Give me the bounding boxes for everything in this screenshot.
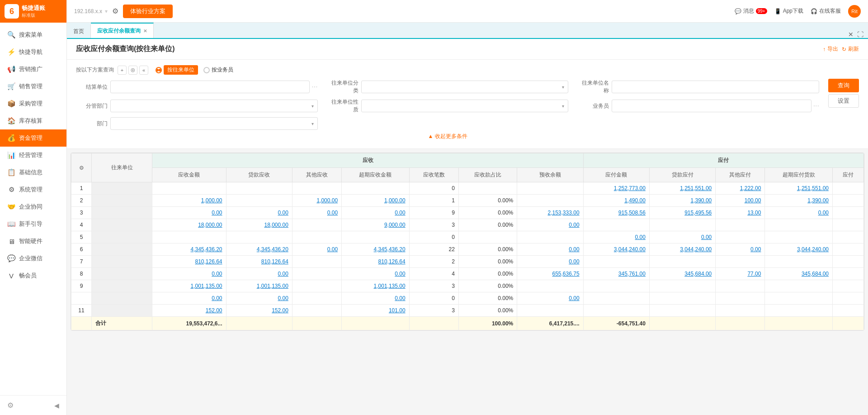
sidebar-item-搜索菜单[interactable]: 🔍 搜索菜单 bbox=[0, 26, 66, 43]
dept-select[interactable]: ▾ bbox=[110, 100, 318, 112]
online-service-action[interactable]: 🎧 在线客服 bbox=[811, 7, 841, 15]
ar_overdue-cell[interactable]: 0.00 bbox=[342, 268, 410, 280]
sidebar-item-新手引导[interactable]: 📖 新手引导 bbox=[0, 215, 66, 233]
tab-expand-icon[interactable]: ⛶ bbox=[857, 31, 863, 38]
ar_prepay-cell[interactable]: 0.00 bbox=[517, 256, 583, 268]
sidebar-item-企业微信[interactable]: 💬 企业微信 bbox=[0, 250, 66, 267]
ar_amount-cell[interactable]: 4,345,436.20 bbox=[152, 243, 226, 256]
ap_amount-cell[interactable]: 345,761.00 bbox=[583, 268, 649, 280]
tab-home[interactable]: 首页 bbox=[67, 24, 91, 38]
ap_amount-cell[interactable]: 1,252,773.00 bbox=[583, 182, 649, 195]
ar_amount-cell[interactable]: 18,000.00 bbox=[152, 219, 226, 231]
ap_loan-cell[interactable]: 1,390.00 bbox=[649, 195, 715, 207]
ar_loan-cell[interactable]: 0.00 bbox=[226, 268, 292, 280]
partner-name-input[interactable] bbox=[612, 81, 819, 93]
ar_overdue-cell[interactable]: 4,345,436.20 bbox=[342, 243, 410, 256]
ar_overdue-cell[interactable]: 810,126.64 bbox=[342, 256, 410, 268]
ar_prepay-cell[interactable]: 0.00 bbox=[517, 292, 583, 305]
sidebar-item-营销推广[interactable]: 📢 营销推广 bbox=[0, 61, 66, 78]
ar_loan-cell[interactable]: 18,000.00 bbox=[226, 219, 292, 231]
bumon-select[interactable]: ▾ bbox=[110, 117, 318, 130]
sidebar-item-库存核算[interactable]: 🏠 库存核算 bbox=[0, 112, 66, 129]
message-action[interactable]: 💬 消息 99+ bbox=[735, 7, 767, 15]
ap_other-cell[interactable]: 77.00 bbox=[716, 268, 765, 280]
ap_overdue-cell[interactable]: 345,684.00 bbox=[765, 268, 833, 280]
ar_other-cell[interactable]: 0.00 bbox=[292, 207, 341, 219]
ar_loan-cell[interactable]: 0.00 bbox=[226, 207, 292, 219]
ap_loan-cell[interactable]: 915,495.56 bbox=[649, 207, 715, 219]
ar_loan-cell[interactable]: 810,126.64 bbox=[226, 256, 292, 268]
sidebar-item-销售管理[interactable]: 🛒 销售管理 bbox=[0, 78, 66, 95]
ap_overdue-cell[interactable]: 0.00 bbox=[765, 207, 833, 219]
ap_amount-cell[interactable]: 3,044,240.00 bbox=[583, 243, 649, 256]
ap_other-cell[interactable]: 13.00 bbox=[716, 207, 765, 219]
table-settings-icon[interactable]: ⚙ bbox=[75, 162, 88, 174]
gear-icon[interactable]: ⚙ bbox=[112, 7, 118, 15]
ar_amount-cell[interactable]: 1,000.00 bbox=[152, 195, 226, 207]
ap_amount-cell[interactable]: 0.00 bbox=[583, 231, 649, 243]
tab-ar-query[interactable]: 应收应付余额查询 ✕ bbox=[91, 23, 154, 38]
ar_overdue-cell[interactable]: 1,001,135.00 bbox=[342, 280, 410, 292]
sidebar-item-智能硬件[interactable]: 🖥 智能硬件 bbox=[0, 233, 66, 250]
user-avatar[interactable]: Rit bbox=[848, 5, 861, 18]
sidebar-item-经营管理[interactable]: 📊 经营管理 bbox=[0, 147, 66, 164]
ar_amount-cell[interactable]: 152.00 bbox=[152, 305, 226, 317]
ap_loan-cell[interactable]: 1,251,551.00 bbox=[649, 182, 715, 195]
salesman-dots[interactable]: ··· bbox=[813, 102, 819, 110]
ap_overdue-cell[interactable]: 3,044,240.00 bbox=[765, 243, 833, 256]
ar_prepay-cell[interactable]: 0.00 bbox=[517, 219, 583, 231]
ar_overdue-cell[interactable]: 9,000.00 bbox=[342, 219, 410, 231]
sidebar-item-基础信息[interactable]: 📋 基础信息 bbox=[0, 164, 66, 181]
refresh-button[interactable]: ↻ 刷新 bbox=[842, 45, 859, 53]
ap_amount-cell[interactable]: 1,490.00 bbox=[583, 195, 649, 207]
ar_amount-cell[interactable]: 0.00 bbox=[152, 207, 226, 219]
settings-icon[interactable]: ⚙ bbox=[7, 401, 14, 410]
query-button[interactable]: 查询 bbox=[828, 79, 859, 92]
scheme-option-partner[interactable]: 按往来单位 bbox=[156, 65, 198, 75]
ar_prepay-cell[interactable]: 2,153,333.00 bbox=[517, 207, 583, 219]
sidebar-item-系统管理[interactable]: ⚙ 系统管理 bbox=[0, 181, 66, 198]
edit-scheme-button[interactable]: ◎ bbox=[128, 66, 137, 75]
ar_loan-cell[interactable]: 152.00 bbox=[226, 305, 292, 317]
ar_prepay-cell[interactable]: 655,636.75 bbox=[517, 268, 583, 280]
ar_amount-cell[interactable]: 0.00 bbox=[152, 268, 226, 280]
export-button[interactable]: ↑ 导出 bbox=[823, 45, 838, 53]
ap_loan-cell[interactable]: 345,684.00 bbox=[649, 268, 715, 280]
add-scheme-button[interactable]: + bbox=[118, 66, 127, 75]
ap_overdue-cell[interactable]: 1,251,551.00 bbox=[765, 182, 833, 195]
ar_amount-cell[interactable]: 1,001,135.00 bbox=[152, 280, 226, 292]
ap_other-cell[interactable]: 100.00 bbox=[716, 195, 765, 207]
tab-close-icon[interactable]: ✕ bbox=[143, 29, 147, 33]
partner-nature-select[interactable]: ▾ bbox=[361, 100, 569, 112]
ar_amount-cell[interactable]: 810,126.64 bbox=[152, 256, 226, 268]
ar_overdue-cell[interactable]: 1,000.00 bbox=[342, 195, 410, 207]
ap_other-cell[interactable]: 0.00 bbox=[716, 243, 765, 256]
partner-category-select[interactable]: ▾ bbox=[361, 81, 569, 93]
ar_overdue-cell[interactable]: 101.00 bbox=[342, 305, 410, 317]
ar_overdue-cell[interactable]: 0.00 bbox=[342, 292, 410, 305]
ar_loan-cell[interactable]: 0.00 bbox=[226, 292, 292, 305]
ar_prepay-cell[interactable]: 0.00 bbox=[517, 243, 583, 256]
ap_loan-cell[interactable]: 3,044,240.00 bbox=[649, 243, 715, 256]
setting-button[interactable]: 设置 bbox=[828, 94, 859, 108]
ar_loan-cell[interactable]: 1,001,135.00 bbox=[226, 280, 292, 292]
ar_other-cell[interactable]: 1,000.00 bbox=[292, 195, 341, 207]
sidebar-item-资金管理[interactable]: 💰 资金管理 bbox=[0, 129, 66, 147]
ar_loan-cell[interactable]: 4,345,436.20 bbox=[226, 243, 292, 256]
sidebar-item-畅会员[interactable]: V 畅会员 bbox=[0, 267, 66, 284]
settlement-unit-dots[interactable]: ··· bbox=[311, 83, 317, 91]
ap_other-cell[interactable]: 1,222.00 bbox=[716, 182, 765, 195]
ar_overdue-cell[interactable]: 0.00 bbox=[342, 207, 410, 219]
solution-button[interactable]: 体验行业方案 bbox=[123, 5, 173, 18]
ap_amount-cell[interactable]: 915,508.56 bbox=[583, 207, 649, 219]
sidebar-item-采购管理[interactable]: 📦 采购管理 bbox=[0, 95, 66, 112]
app-download-action[interactable]: 📱 App下载 bbox=[774, 7, 803, 15]
collapse-icon[interactable]: ◀ bbox=[54, 402, 59, 409]
salesman-input[interactable] bbox=[612, 100, 811, 112]
ap_overdue-cell[interactable]: 1,390.00 bbox=[765, 195, 833, 207]
settlement-unit-input[interactable] bbox=[110, 81, 310, 93]
ar_amount-cell[interactable]: 0.00 bbox=[152, 292, 226, 305]
collapse-scheme-button[interactable]: « bbox=[139, 66, 148, 75]
ap_loan-cell[interactable]: 0.00 bbox=[649, 231, 715, 243]
sidebar-item-快捷导航[interactable]: ⚡ 快捷导航 bbox=[0, 43, 66, 61]
